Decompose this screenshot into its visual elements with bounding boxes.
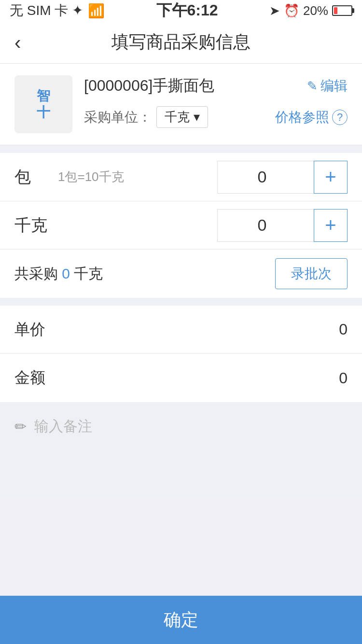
- battery-fill: [334, 7, 337, 14]
- status-left: 无 SIM 卡 ✦ 📶: [10, 1, 105, 20]
- section-divider-2: [0, 298, 362, 306]
- unit-price-value: 0: [339, 321, 348, 338]
- dropdown-arrow-icon: ▾: [194, 110, 200, 125]
- unit-price-label: 单价: [14, 319, 45, 340]
- status-time: 下午6:12: [156, 0, 218, 21]
- unit-selector-group: 采购单位： 千克 ▾: [84, 106, 208, 128]
- bao-label: 包: [14, 166, 53, 188]
- sim-label: 无 SIM 卡 ✦: [10, 1, 83, 20]
- confirm-button[interactable]: 确定: [0, 596, 362, 644]
- nav-bar: ‹ 填写商品采购信息: [0, 21, 362, 64]
- bao-quantity-input[interactable]: [217, 161, 314, 194]
- remark-inner: ✏ 输入备注: [14, 417, 348, 436]
- status-bar: 无 SIM 卡 ✦ 📶 下午6:12 ➤ ⏰ 20%: [0, 0, 362, 21]
- product-card: 智 十 [0000006]手撕面包 ✎ 编辑 采购单位： 千克 ▾ 价格参照 ?: [0, 64, 362, 145]
- unit-dropdown[interactable]: 千克 ▾: [156, 106, 208, 128]
- price-section: 单价 0 金额 0: [0, 306, 362, 402]
- input-section: 包 1包=10千克 + 千克 +: [0, 153, 362, 250]
- confirm-button-label: 确定: [164, 608, 198, 632]
- status-right: ➤ ⏰ 20%: [269, 3, 352, 18]
- price-ref-help-icon: ?: [332, 110, 348, 125]
- alarm-icon: ⏰: [284, 3, 299, 18]
- product-image: 智 十: [14, 75, 72, 133]
- battery-icon: [332, 5, 352, 16]
- bao-input-controls: +: [217, 161, 348, 194]
- amount-value: 0: [339, 369, 348, 387]
- bao-plus-button[interactable]: +: [314, 161, 348, 194]
- bao-row: 包 1包=10千克 +: [0, 153, 362, 201]
- batch-button[interactable]: 录批次: [275, 258, 348, 289]
- product-info: [0000006]手撕面包 ✎ 编辑 采购单位： 千克 ▾ 价格参照 ?: [84, 75, 348, 128]
- amount-row: 金额 0: [0, 354, 362, 402]
- page-title: 填写商品采购信息: [111, 30, 251, 54]
- kg-plus-button[interactable]: +: [314, 209, 348, 242]
- section-divider-1: [0, 145, 362, 153]
- remark-input[interactable]: 输入备注: [34, 417, 92, 436]
- battery-tip: [352, 8, 354, 13]
- kg-input-controls: +: [217, 209, 348, 242]
- edit-button[interactable]: ✎ 编辑: [307, 77, 348, 95]
- battery-percent: 20%: [303, 3, 328, 18]
- location-icon: ➤: [269, 3, 280, 18]
- kg-label: 千克: [14, 214, 53, 237]
- unit-price-row: 单价 0: [0, 306, 362, 354]
- wifi-icon: 📶: [88, 3, 105, 19]
- kg-quantity-input[interactable]: [217, 209, 314, 242]
- product-name-row: [0000006]手撕面包 ✎ 编辑: [84, 75, 348, 97]
- bao-sublabel: 1包=10千克: [58, 168, 217, 185]
- bottom-spacer: [0, 499, 362, 547]
- remark-section: ✏ 输入备注: [0, 402, 362, 499]
- summary-row: 共采购 0 千克 录批次: [0, 250, 362, 298]
- summary-text: 共采购 0 千克: [14, 264, 103, 284]
- back-button[interactable]: ‹: [14, 33, 21, 52]
- product-unit-row: 采购单位： 千克 ▾ 价格参照 ?: [84, 106, 348, 128]
- product-logo: 智 十: [37, 88, 50, 120]
- amount-label: 金额: [14, 367, 45, 389]
- unit-label: 采购单位：: [84, 108, 152, 126]
- price-ref-button[interactable]: 价格参照 ?: [275, 108, 348, 126]
- product-name: [0000006]手撕面包: [84, 75, 214, 97]
- summary-amount: 0: [62, 266, 70, 281]
- pencil-icon: ✏: [14, 418, 27, 435]
- kg-row: 千克 +: [0, 201, 362, 250]
- edit-icon: ✎: [307, 79, 318, 94]
